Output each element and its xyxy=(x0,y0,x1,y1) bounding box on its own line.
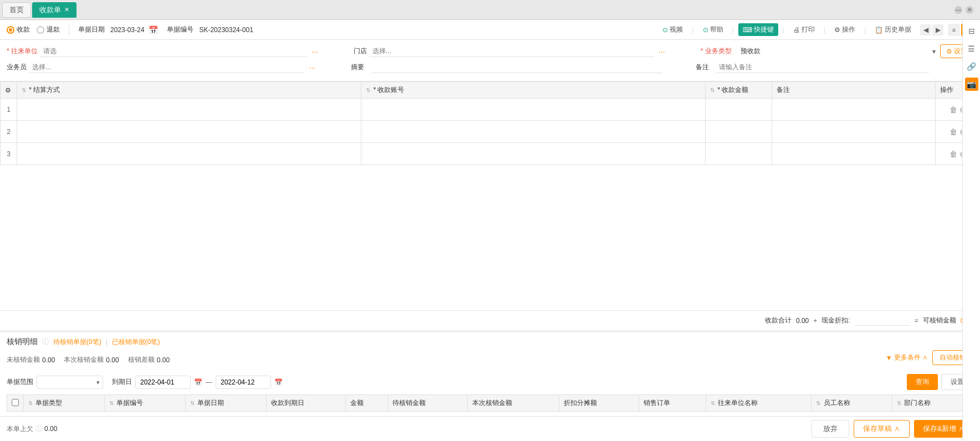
save-draft-button[interactable]: 保存草稿 ∧ xyxy=(854,420,910,438)
writeoff-title: 核销明细 xyxy=(7,337,38,347)
counterpart-sort[interactable] xyxy=(711,399,716,407)
salesperson-label: 业务员 xyxy=(7,63,27,72)
right-panel-camera-button[interactable]: 📷 xyxy=(965,78,978,91)
radio-receipt[interactable]: 收款 xyxy=(7,25,30,34)
shortcut-label: 快捷键 xyxy=(754,25,774,34)
close-window-button[interactable]: ✕ xyxy=(966,6,973,14)
select-all-checkbox[interactable] xyxy=(12,399,19,406)
operation-button[interactable]: ⚙ 操作 xyxy=(830,23,860,36)
counterpart-input[interactable] xyxy=(40,45,307,57)
row-2-account[interactable] xyxy=(361,121,706,143)
row-1-delete-button[interactable]: 🗑 xyxy=(950,105,957,114)
diff-value: 0.00 xyxy=(157,356,170,364)
total-label: 收款合计 xyxy=(765,316,792,325)
main-container: 收款 退款 单据日期 2023-03-24 📅 单据编号 SK-20230324… xyxy=(0,20,980,441)
data-table: ⚙ * 结算方式 * 收款账号 * 收款金额 xyxy=(0,81,980,165)
more-conditions-button[interactable]: ▼ 更多条件 ∧ xyxy=(886,353,928,362)
amount-col-label: 金额 xyxy=(350,399,364,407)
shop-input[interactable] xyxy=(369,45,654,57)
business-type-dropdown[interactable]: ▾ xyxy=(932,48,936,55)
tab-receipt[interactable]: 收款单 ✕ xyxy=(32,2,76,18)
prev-arrow[interactable]: ◀ xyxy=(920,24,931,35)
type-header: 单据类型 xyxy=(24,395,105,412)
info-label: 本单上欠 xyxy=(7,424,33,434)
minimize-button[interactable]: — xyxy=(955,6,962,14)
counterpart-col-label: 往来单位名称 xyxy=(718,399,758,407)
row-1-remarks[interactable] xyxy=(772,99,936,121)
date-field: 单据日期 2023-03-24 📅 xyxy=(78,25,158,34)
help-icon: ⊙ xyxy=(703,26,708,34)
row-2-delete-button[interactable]: 🗑 xyxy=(950,127,957,136)
shortcut-button[interactable]: ⌨ 快捷键 xyxy=(738,23,778,36)
tab-receipt-close[interactable]: ✕ xyxy=(64,6,69,13)
counterpart-label: * 往来单位 xyxy=(7,47,38,56)
right-panel-attachment-button[interactable]: 🔗 xyxy=(965,60,978,73)
radio-refund[interactable]: 退款 xyxy=(37,25,60,34)
filter-row: 单据范围 到期日 📅 — 📅 xyxy=(7,374,973,390)
date-sort[interactable] xyxy=(190,399,196,407)
completed-tab[interactable]: 已核销单据(0笔) xyxy=(112,337,160,347)
print-icon: 🖨 xyxy=(793,26,800,34)
range-select[interactable] xyxy=(37,376,103,389)
pending-tab[interactable]: 待核销单据(0笔) xyxy=(53,337,101,347)
summary-input[interactable] xyxy=(371,61,662,73)
row-1-account[interactable] xyxy=(361,99,706,121)
salesperson-input[interactable] xyxy=(29,61,305,73)
print-button[interactable]: 🖨 打印 xyxy=(789,23,819,36)
stat-current: 本次核销金额 0.00 xyxy=(64,355,119,365)
video-button[interactable]: ⊙ 视频 xyxy=(658,23,687,36)
amount-sort[interactable] xyxy=(710,86,716,94)
checkbox-header xyxy=(7,395,24,412)
abandon-button[interactable]: 放弃 xyxy=(811,420,849,438)
writeoff-info-icon[interactable]: ⓘ xyxy=(42,337,49,347)
right-panel-list-button[interactable]: ☰ xyxy=(965,42,978,55)
row-3-remarks[interactable] xyxy=(772,143,936,165)
row-3-account[interactable] xyxy=(361,143,706,165)
settlement-header: * 结算方式 xyxy=(17,82,361,99)
next-arrow[interactable]: ▶ xyxy=(932,24,943,35)
row-2-settlement[interactable] xyxy=(17,121,361,143)
account-sort[interactable] xyxy=(366,86,371,94)
cal-icon-1[interactable]: 📅 xyxy=(194,378,202,386)
list-view-button[interactable]: ≡ xyxy=(948,24,960,36)
help-button[interactable]: ⊙ 帮助 xyxy=(698,23,728,36)
shop-field: 门店 ··· xyxy=(354,45,667,57)
gear-header[interactable]: ⚙ xyxy=(1,82,17,99)
row-1-amount[interactable] xyxy=(706,99,772,121)
row-2-amount[interactable] xyxy=(706,121,772,143)
due-date-end-input[interactable] xyxy=(216,376,271,389)
row-3-delete-button[interactable]: 🗑 xyxy=(950,150,957,158)
counterpart-more-icon[interactable]: ··· xyxy=(309,47,320,56)
remarks-input[interactable] xyxy=(716,61,929,73)
row-2-remarks[interactable] xyxy=(772,121,936,143)
writeoff-stats: 未核销金额 0.00 本次核销金额 0.00 核销差额 0.00 ▼ 更多条件 … xyxy=(7,350,973,370)
radio-group: 收款 退款 xyxy=(7,25,60,34)
number-sort[interactable] xyxy=(109,399,115,407)
row-3-amount[interactable] xyxy=(706,143,772,165)
total-value: 0.00 xyxy=(796,317,809,325)
date-label: 单据日期 xyxy=(78,25,105,34)
pending-header: 待核销金额 xyxy=(388,395,467,412)
discount-input[interactable] xyxy=(855,315,910,326)
row-1-settlement[interactable] xyxy=(17,99,361,121)
right-panel-table-button[interactable]: ⊟ xyxy=(965,24,978,38)
calendar-icon[interactable]: 📅 xyxy=(149,25,158,34)
cal-icon-2[interactable]: 📅 xyxy=(274,378,283,386)
shop-more-icon[interactable]: ··· xyxy=(656,47,667,56)
tab-home-label: 首页 xyxy=(9,5,24,15)
number-col-label: 单据编号 xyxy=(116,399,143,407)
query-button[interactable]: 查询 xyxy=(907,374,938,390)
tab-home[interactable]: 首页 xyxy=(2,2,31,18)
history-button[interactable]: 📋 历史单据 xyxy=(870,23,916,36)
type-sort[interactable] xyxy=(28,399,34,407)
info-icon[interactable]: ⓘ xyxy=(35,424,42,434)
department-sort[interactable] xyxy=(897,399,902,407)
print-label: 打印 xyxy=(802,25,815,34)
row-3-settlement[interactable] xyxy=(17,143,361,165)
employee-sort[interactable] xyxy=(816,399,821,407)
video-label: 视频 xyxy=(670,25,683,34)
settlement-sort[interactable] xyxy=(22,86,27,94)
due-date-start-input[interactable] xyxy=(135,376,191,389)
salesperson-more-icon[interactable]: ··· xyxy=(307,63,318,72)
remarks-header: 备注 xyxy=(772,82,936,99)
